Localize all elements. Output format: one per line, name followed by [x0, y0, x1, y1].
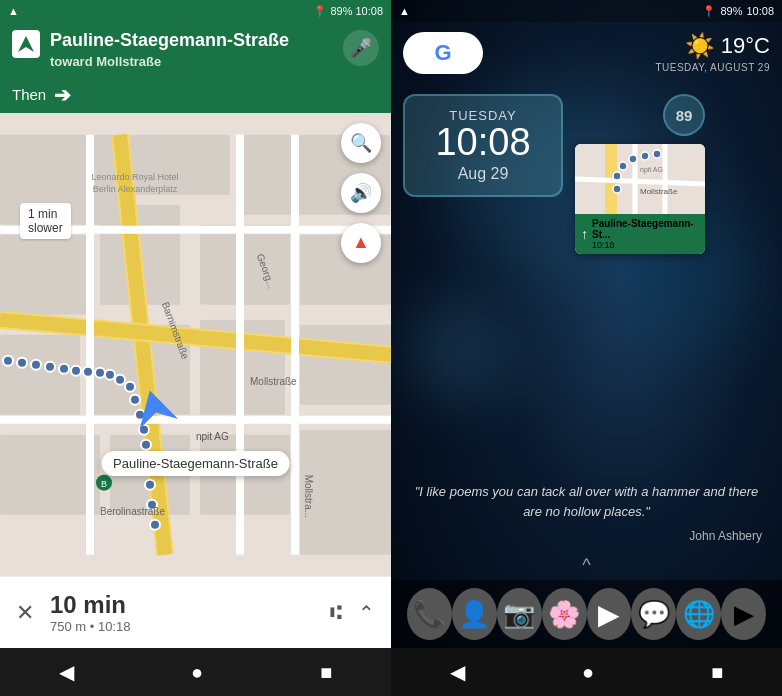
dock-app-contacts[interactable]: 👤: [452, 588, 497, 640]
svg-rect-9: [0, 334, 80, 414]
camera-icon: 📷: [503, 599, 535, 630]
svg-point-41: [45, 361, 55, 371]
toward-label: toward: [50, 54, 93, 69]
svg-text:Mollstra...: Mollstra...: [303, 474, 314, 517]
svg-point-36: [105, 369, 115, 379]
dock-app-chrome[interactable]: 🌐: [676, 588, 721, 640]
svg-point-35: [115, 374, 125, 384]
svg-point-43: [17, 357, 27, 367]
svg-text:Mollstraße: Mollstraße: [250, 375, 297, 386]
contacts-icon: 👤: [458, 599, 490, 630]
dock-app-youtube[interactable]: ▶: [721, 588, 766, 640]
phone-icon: 📞: [413, 599, 445, 630]
dock-app-photos[interactable]: 🌸: [542, 588, 587, 640]
right-status-bar: ▲ 📍 89% 10:08: [391, 0, 782, 22]
left-battery: 89%: [330, 5, 352, 17]
slower-label: 1 min slower: [20, 203, 71, 239]
maps-mini-footer: ↑ Pauline-Staegemann-St... 10:18: [575, 214, 705, 254]
left-panel: ▲ 📍 89% 10:08 Pauline-Staegemann-Straße …: [0, 0, 391, 696]
nav-header: Pauline-Staegemann-Straße toward Mollstr…: [0, 22, 391, 79]
maps-mini-time: 10:18: [592, 240, 699, 250]
right-home-button[interactable]: ●: [582, 661, 594, 684]
svg-point-39: [71, 365, 81, 375]
photos-icon: 🌸: [548, 599, 580, 630]
google-g-letter: G: [434, 40, 451, 66]
dock-app-phone[interactable]: 📞: [407, 588, 452, 640]
svg-rect-12: [300, 324, 391, 404]
svg-rect-13: [0, 434, 100, 514]
svg-point-61: [613, 185, 621, 193]
svg-point-63: [619, 162, 627, 170]
map-compass-button[interactable]: ▲: [341, 223, 381, 263]
app-drawer-chevron[interactable]: ^: [391, 551, 782, 580]
right-battery: 89%: [720, 5, 742, 17]
svg-text:Leonardo Royal Hotel: Leonardo Royal Hotel: [91, 171, 178, 181]
left-status-nav-icon: ▲: [8, 5, 19, 17]
street-label-text: Pauline-Staegemann-Straße: [113, 456, 278, 471]
clock-widget[interactable]: TUESDAY 10:08 Aug 29: [403, 94, 563, 197]
svg-point-30: [141, 439, 151, 449]
dock-app-camera[interactable]: 📷: [497, 588, 542, 640]
right-location-icon: 📍: [702, 5, 716, 18]
clock-date: Aug 29: [423, 165, 543, 183]
dock-app-play[interactable]: ▶: [587, 588, 632, 640]
right-recents-button[interactable]: ■: [711, 661, 723, 684]
home-screen-content: ▲ 📍 89% 10:08 G ☀️ 19°C TUESDAY, AUGUST …: [391, 0, 782, 696]
mic-button[interactable]: 🎤: [343, 30, 379, 66]
svg-point-37: [95, 367, 105, 377]
svg-point-40: [59, 363, 69, 373]
app-dock: 📞 👤 📷 🌸 ▶ 💬 🌐 ▶: [391, 580, 782, 648]
expand-button[interactable]: ⌃: [358, 601, 375, 625]
clock-section: TUESDAY 10:08 Aug 29 89: [391, 84, 782, 264]
svg-point-28: [145, 479, 155, 489]
time-info: 10 min 750 m • 10:18: [50, 591, 330, 634]
google-search-bar[interactable]: G: [403, 32, 483, 74]
map-search-button[interactable]: 🔍: [341, 123, 381, 163]
bottom-bar: ✕ 10 min 750 m • 10:18 ⑆ ⌃: [0, 576, 391, 648]
left-status-bar: ▲ 📍 89% 10:08: [0, 0, 391, 22]
then-label: Then: [12, 86, 46, 103]
right-back-button[interactable]: ◀: [450, 660, 465, 684]
svg-point-42: [31, 359, 41, 369]
svg-rect-5: [0, 234, 90, 314]
search-icon: 🔍: [350, 132, 372, 154]
recents-button[interactable]: ■: [320, 661, 332, 684]
svg-point-66: [653, 150, 661, 158]
top-row: G ☀️ 19°C TUESDAY, AUGUST 29: [391, 22, 782, 84]
maps-mini-arrow-icon: ↑: [581, 226, 588, 242]
map-audio-button[interactable]: 🔊: [341, 173, 381, 213]
quote-text: "I like poems you can tack all over with…: [411, 482, 762, 521]
messages-icon: 💬: [638, 599, 670, 630]
weather-date: TUESDAY, AUGUST 29: [655, 62, 770, 73]
maps-mini-card[interactable]: Mollstraße npit AG ↑ Pauline-Staegemann-…: [575, 144, 705, 254]
chevron-up-icon: ^: [582, 555, 590, 575]
svg-text:npit AG: npit AG: [640, 166, 663, 174]
audio-icon: 🔊: [350, 182, 372, 204]
dock-app-messages[interactable]: 💬: [631, 588, 676, 640]
then-direction-arrow: ➔: [54, 83, 71, 107]
maps-mini-street: Pauline-Staegemann-St...: [592, 218, 699, 240]
close-navigation-button[interactable]: ✕: [16, 600, 34, 626]
maps-mini-map: Mollstraße npit AG: [575, 144, 705, 214]
bottom-actions: ⑆ ⌃: [330, 601, 375, 625]
route-options-button[interactable]: ⑆: [330, 601, 342, 624]
home-button[interactable]: ●: [191, 661, 203, 684]
quote-author: John Ashbery: [411, 529, 762, 543]
svg-text:B: B: [101, 478, 107, 488]
nav-direction-arrow: [12, 30, 40, 58]
nav-street: Pauline-Staegemann-Straße: [50, 30, 333, 52]
street-label-bubble: Pauline-Staegemann-Straße: [101, 451, 290, 476]
svg-point-62: [613, 172, 621, 180]
svg-text:Berlin Alexanderplatz: Berlin Alexanderplatz: [93, 183, 178, 193]
then-banner: Then ➔: [0, 79, 391, 113]
svg-point-65: [641, 152, 649, 160]
right-time: 10:08: [746, 5, 774, 17]
left-system-nav-bar: ◀ ● ■: [0, 648, 391, 696]
back-button[interactable]: ◀: [59, 660, 74, 684]
nav-info: Pauline-Staegemann-Straße toward Mollstr…: [50, 30, 333, 69]
svg-text:Mollstraße: Mollstraße: [640, 187, 678, 196]
right-panel: ▲ 📍 89% 10:08 G ☀️ 19°C TUESDAY, AUGUST …: [391, 0, 782, 696]
svg-point-64: [629, 155, 637, 163]
right-system-nav-bar: ◀ ● ■: [391, 648, 782, 696]
badge-counter: 89: [663, 94, 705, 136]
